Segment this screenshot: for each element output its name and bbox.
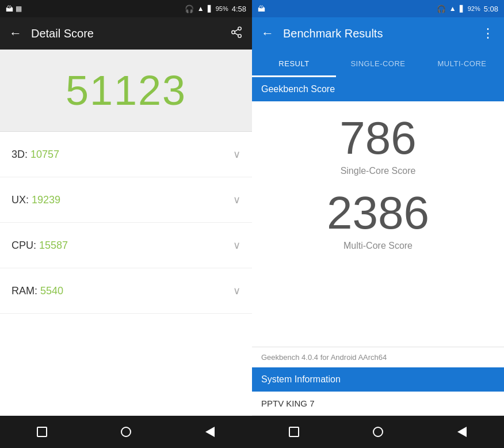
tab-result[interactable]: RESULT <box>252 50 336 77</box>
home-icon-left <box>121 427 131 437</box>
share-icon-left[interactable] <box>230 26 243 41</box>
status-bar-right: 🏔 🎧 ▲ ▋ 92% 5:08 <box>252 0 504 17</box>
chevron-ram: ∨ <box>233 284 240 297</box>
back-icon-right <box>457 427 467 437</box>
left-panel: 🏔 ▦ 🎧 ▲ ▋ 95% 4:58 ← Detail Score <box>0 0 252 448</box>
network-icon-left: ▋ <box>208 5 212 13</box>
headphone-icon-right: 🎧 <box>437 5 446 13</box>
detail-label-ram: RAM: 5540 <box>12 285 63 297</box>
toolbar-right-content: ← Benchmark Results <box>261 26 383 41</box>
single-core-score-label: Single-Core Score <box>341 166 416 176</box>
tab-multi-core[interactable]: MULTI-CORE <box>420 50 504 77</box>
detail-item-cpu[interactable]: CPU: 15587 ∨ <box>0 223 252 268</box>
nav-bar-left <box>0 416 252 448</box>
geekbench-score-container: 786 Single-Core Score 2386 Multi-Core Sc… <box>252 101 504 347</box>
svg-point-1 <box>232 31 235 34</box>
chevron-3d: ∨ <box>233 148 240 161</box>
score-section: 51123 <box>0 50 252 132</box>
nav-home-right[interactable] <box>369 423 387 441</box>
chevron-ux: ∨ <box>233 193 240 206</box>
system-info-header: System Information <box>252 367 504 392</box>
recents-icon-right <box>289 427 299 437</box>
nav-home-left[interactable] <box>117 423 135 441</box>
nav-back-right[interactable] <box>453 423 471 441</box>
detail-label-3d: 3D: 10757 <box>12 149 59 161</box>
detail-items: 3D: 10757 ∨ UX: 19239 ∨ CPU: 15587 ∨ RAM… <box>0 132 252 416</box>
multi-core-score-label: Multi-Core Score <box>343 241 413 251</box>
more-options-button[interactable]: ⋮ <box>482 26 495 41</box>
image-icon: ▦ <box>16 5 22 13</box>
system-info-device: PPTV KING 7 <box>252 392 504 416</box>
toolbar-left: ← Detail Score <box>0 17 252 50</box>
tabs-bar: RESULT SINGLE-CORE MULTI-CORE <box>252 50 504 77</box>
svg-line-4 <box>235 29 238 31</box>
right-panel: 🏔 🎧 ▲ ▋ 92% 5:08 ← Benchmark Results ⋮ R… <box>252 0 504 448</box>
network-icon-right: ▋ <box>460 5 464 13</box>
status-right-right: 🎧 ▲ ▋ 92% 5:08 <box>437 5 498 13</box>
detail-item-ux[interactable]: UX: 19239 ∨ <box>0 177 252 223</box>
detail-item-ram[interactable]: RAM: 5540 ∨ <box>0 268 252 314</box>
svg-point-2 <box>238 34 242 37</box>
page-title-right: Benchmark Results <box>283 27 383 40</box>
main-score-value: 51123 <box>66 67 186 114</box>
status-icons-right-left: 🏔 <box>258 5 265 13</box>
time-right: 5:08 <box>484 5 498 13</box>
time-left: 4:58 <box>232 5 246 13</box>
single-core-score-value: 786 <box>339 113 416 164</box>
detail-item-3d[interactable]: 3D: 10757 ∨ <box>0 132 252 177</box>
nav-recents-right[interactable] <box>285 423 303 441</box>
page-title-left: Detail Score <box>31 27 94 40</box>
photo-icon-right: 🏔 <box>258 5 265 13</box>
home-icon-right <box>373 427 383 437</box>
tab-single-core[interactable]: SINGLE-CORE <box>336 50 420 77</box>
geekbench-footer: Geekbench 4.0.4 for Android AArch64 <box>252 347 504 367</box>
detail-label-cpu: CPU: 15587 <box>12 240 68 252</box>
svg-line-3 <box>235 33 238 35</box>
chevron-cpu: ∨ <box>233 239 240 252</box>
wifi-icon-right: ▲ <box>449 5 456 13</box>
headphone-icon-left: 🎧 <box>185 5 194 13</box>
status-icons-left: 🏔 ▦ <box>6 5 22 13</box>
nav-recents-left[interactable] <box>33 423 51 441</box>
nav-bar-right <box>252 416 504 448</box>
status-bar-left: 🏔 ▦ 🎧 ▲ ▋ 95% 4:58 <box>0 0 252 17</box>
battery-left: 95% <box>216 5 228 12</box>
status-right-left: 🎧 ▲ ▋ 95% 4:58 <box>185 5 246 13</box>
back-button-left[interactable]: ← <box>9 26 22 41</box>
toolbar-right: ← Benchmark Results ⋮ <box>252 17 504 50</box>
toolbar-left-content: ← Detail Score <box>9 26 94 41</box>
wifi-icon-left: ▲ <box>197 5 204 13</box>
back-button-right[interactable]: ← <box>261 26 274 41</box>
photo-icon: 🏔 <box>6 5 13 13</box>
back-icon-left <box>205 427 215 437</box>
battery-right: 92% <box>468 5 480 12</box>
svg-point-0 <box>238 26 242 30</box>
detail-label-ux: UX: 19239 <box>12 194 60 206</box>
multi-core-score-value: 2386 <box>327 188 429 238</box>
nav-back-left[interactable] <box>201 423 219 441</box>
geekbench-score-header: Geekbench Score <box>252 77 504 101</box>
recents-icon-left <box>37 427 47 437</box>
